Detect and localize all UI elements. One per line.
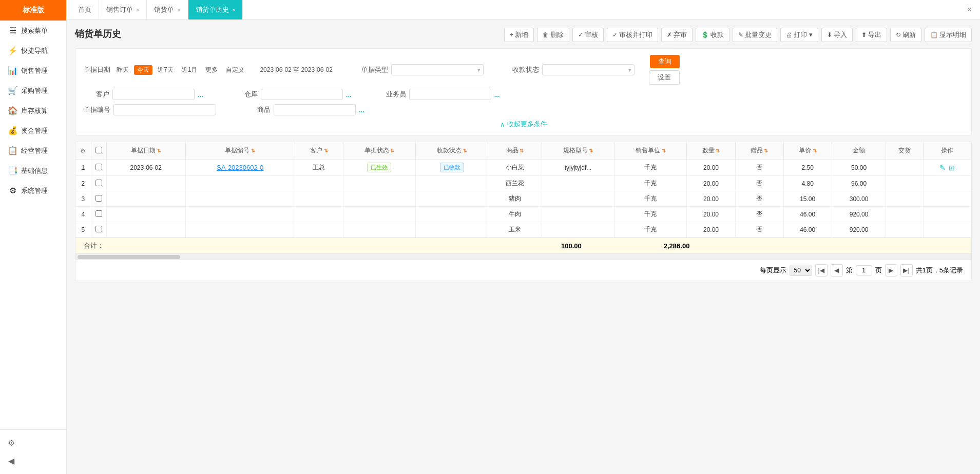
sidebar-bottom-collapse[interactable]: ◀: [0, 452, 66, 470]
abandon-btn-icon: ✗: [667, 31, 672, 38]
sidebar-item-purchase[interactable]: 🛒 采购管理: [0, 81, 66, 101]
warehouse-input[interactable]: [261, 89, 343, 100]
query-button[interactable]: 查询: [650, 55, 680, 68]
toolbar-audit-button[interactable]: ✓审核: [572, 28, 604, 42]
sidebar-item-sales[interactable]: 📊 销售管理: [0, 61, 66, 81]
next-page-button[interactable]: ▶: [885, 264, 897, 276]
row-checkbox-0[interactable]: [95, 164, 102, 170]
sidebar-item-search-menu[interactable]: ☰ 搜索菜单: [0, 21, 66, 41]
sidebar-item-finance[interactable]: 💰 资金管理: [0, 121, 66, 141]
sidebar-item-operations[interactable]: 📋 经营管理: [0, 141, 66, 161]
goods-dots[interactable]: ...: [359, 106, 364, 114]
col-header-doc-date[interactable]: 单据日期: [106, 142, 185, 160]
toolbar-add-button[interactable]: +新增: [504, 28, 534, 42]
date-tag-近1月[interactable]: 近1月: [179, 65, 201, 75]
toolbar-batch-change-button[interactable]: ✎批量变更: [733, 28, 777, 42]
cell-checkbox[interactable]: [91, 191, 106, 207]
per-page-select[interactable]: 50: [790, 265, 812, 276]
col-header-unit[interactable]: 销售单位: [614, 142, 687, 160]
tab-sales-delivery-history[interactable]: 销货单历史×: [188, 0, 243, 19]
row-checkbox-3[interactable]: [95, 210, 102, 217]
doc-no-input[interactable]: [113, 104, 216, 115]
last-page-button[interactable]: ▶|: [900, 264, 913, 276]
salesperson-input[interactable]: [409, 89, 491, 100]
prev-page-button[interactable]: ◀: [831, 264, 843, 276]
select-all-checkbox[interactable]: [95, 147, 102, 153]
col-header-doc-no[interactable]: 单据编号: [185, 142, 295, 160]
sidebar-item-system[interactable]: ⚙ 系统管理: [0, 181, 66, 201]
edit-icon[interactable]: ✎: [939, 164, 946, 172]
more-icon[interactable]: ⊞: [949, 164, 955, 172]
cell-action: [924, 222, 971, 238]
operations-icon: 📋: [8, 146, 18, 155]
toolbar-export-button[interactable]: ⬆导出: [856, 28, 887, 42]
toolbar-collect-button[interactable]: 💲收款: [696, 28, 729, 42]
page-number-input[interactable]: [856, 265, 872, 275]
sidebar-item-inventory[interactable]: 🏠 库存核算: [0, 101, 66, 121]
cell-checkbox[interactable]: [91, 176, 106, 191]
cell-amount: 50.00: [832, 160, 886, 176]
col-checkbox[interactable]: [91, 142, 106, 160]
salesperson-dots[interactable]: ...: [494, 91, 500, 98]
tab-close-sales-delivery-history[interactable]: ×: [232, 7, 235, 13]
cell-unit: 千克: [614, 207, 687, 222]
show-detail-btn-icon: 📋: [930, 31, 938, 38]
cell-doc-no[interactable]: SA-20230602-0: [185, 160, 295, 176]
goods-input[interactable]: [274, 104, 356, 115]
cell-transaction: [886, 222, 924, 238]
col-header-doc-status[interactable]: 单据状态: [343, 142, 415, 160]
cell-doc-no[interactable]: [185, 191, 295, 207]
col-header-spec[interactable]: 规格型号: [542, 142, 614, 160]
collect-status-select[interactable]: [542, 64, 635, 75]
tab-label-sales-delivery-history: 销货单历史: [196, 5, 229, 14]
cell-doc-no[interactable]: [185, 207, 295, 222]
sidebar-item-basic-info[interactable]: 📑 基础信息: [0, 161, 66, 181]
doc-no-link[interactable]: SA-20230602-0: [217, 164, 263, 171]
tab-sales-order[interactable]: 销售订单×: [99, 0, 147, 19]
row-checkbox-2[interactable]: [95, 195, 102, 202]
toolbar-print-button[interactable]: 🖨打印 ▾: [780, 28, 818, 42]
tab-close-sales-order[interactable]: ×: [136, 7, 139, 13]
date-tag-更多[interactable]: 更多: [202, 65, 221, 75]
date-tag-近7天[interactable]: 近7天: [155, 65, 177, 75]
toolbar-audit-print-button[interactable]: ✓审核并打印: [607, 28, 658, 42]
horizontal-scrollbar[interactable]: [78, 255, 180, 259]
row-checkbox-1[interactable]: [95, 180, 102, 186]
warehouse-dots[interactable]: ...: [346, 91, 352, 98]
close-all-tabs[interactable]: ×: [963, 5, 976, 14]
customer-dots[interactable]: ...: [198, 91, 203, 98]
cell-checkbox[interactable]: [91, 222, 106, 238]
set-button[interactable]: 设置: [649, 70, 680, 85]
sidebar-bottom-settings[interactable]: ⚙: [0, 434, 66, 452]
date-tag-今天[interactable]: 今天: [134, 65, 152, 75]
toolbar-abandon-button[interactable]: ✗弃审: [661, 28, 693, 42]
col-settings[interactable]: ⚙: [75, 142, 91, 160]
customer-input[interactable]: [112, 89, 195, 100]
date-tag-自定义[interactable]: 自定义: [223, 65, 247, 75]
tab-home[interactable]: 首页: [71, 0, 99, 19]
page-title: 销货单历史: [75, 28, 121, 40]
date-tag-昨天[interactable]: 昨天: [113, 65, 132, 75]
first-page-button[interactable]: |◀: [815, 264, 828, 276]
col-header-customer[interactable]: 客户: [295, 142, 343, 160]
cell-doc-no[interactable]: [185, 222, 295, 238]
cell-doc-no[interactable]: [185, 176, 295, 191]
cell-checkbox[interactable]: [91, 160, 106, 176]
cell-checkbox[interactable]: [91, 207, 106, 222]
col-header-qty[interactable]: 数量: [687, 142, 735, 160]
col-header-collect-status[interactable]: 收款状态: [416, 142, 488, 160]
tab-sales-delivery[interactable]: 销货单×: [147, 0, 188, 19]
toolbar-refresh-button[interactable]: ↻刷新: [890, 28, 921, 42]
toolbar-delete-button[interactable]: 🗑删除: [537, 28, 569, 42]
tab-close-sales-delivery[interactable]: ×: [177, 7, 180, 13]
col-header-action: 操作: [924, 142, 971, 160]
col-header-gift[interactable]: 赠品: [735, 142, 783, 160]
toolbar-show-detail-button[interactable]: 📋显示明细: [925, 28, 972, 42]
col-header-price[interactable]: 单价: [783, 142, 832, 160]
doc-type-select[interactable]: [391, 64, 484, 75]
row-checkbox-4[interactable]: [95, 226, 102, 232]
toolbar-import-button[interactable]: ⬇导入: [821, 28, 853, 42]
collapse-filter-button[interactable]: ∧ 收起更多条件: [500, 120, 547, 129]
sidebar-item-quick-nav[interactable]: ⚡ 快捷导航: [0, 41, 66, 61]
col-header-goods[interactable]: 商品: [488, 142, 542, 160]
